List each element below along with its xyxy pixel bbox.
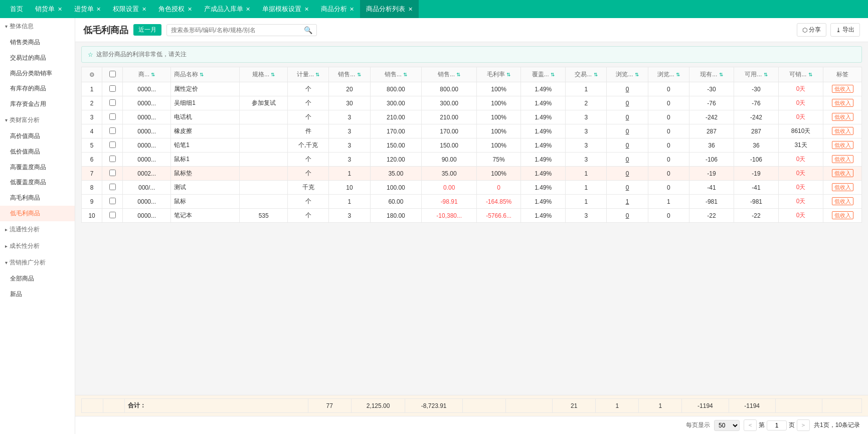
- th-code[interactable]: 商... ⇅: [123, 67, 171, 82]
- browse1-link[interactable]: 0: [626, 128, 629, 135]
- browse1-link[interactable]: 0: [626, 212, 629, 219]
- th-available[interactable]: 可用... ⇅: [734, 67, 778, 82]
- filter-month-btn[interactable]: 近一月: [133, 24, 161, 36]
- sidebar-item-stock-capital[interactable]: 库存资金占用: [0, 96, 75, 112]
- nav-close-purchase[interactable]: ✕: [96, 6, 101, 12]
- sidebar-item-high-margin[interactable]: 高毛利商品: [0, 190, 75, 206]
- nav-close-role[interactable]: ✕: [188, 6, 192, 12]
- next-page-btn[interactable]: ＞: [797, 419, 810, 431]
- search-input[interactable]: [171, 27, 304, 34]
- cell-check[interactable]: [102, 181, 123, 195]
- th-cover[interactable]: 覆盖... ⇅: [521, 67, 566, 82]
- share-btn[interactable]: ⬡ 分享: [797, 23, 826, 37]
- row-checkbox[interactable]: [109, 99, 116, 106]
- nav-goods-analysis[interactable]: 商品分析 ✕: [315, 0, 361, 18]
- browse1-link[interactable]: 0: [626, 184, 629, 191]
- nav-purchase-order[interactable]: 进货单 ✕: [68, 0, 107, 18]
- cell-browse1[interactable]: 0: [607, 82, 648, 96]
- cell-browse1[interactable]: 0: [607, 110, 648, 124]
- search-icon[interactable]: 🔍: [304, 26, 312, 34]
- sidebar-item-category-rate[interactable]: 商品分类助销率: [0, 66, 75, 81]
- sidebar-item-low-coverage[interactable]: 低覆盖度商品: [0, 175, 75, 190]
- sidebar-group-growth[interactable]: ▸ 成长性分析: [0, 238, 75, 254]
- cell-check[interactable]: [102, 209, 123, 223]
- nav-close-product[interactable]: ✕: [246, 6, 250, 12]
- th-browse2[interactable]: 浏览... ⇅: [648, 67, 689, 82]
- browse1-link[interactable]: 0: [626, 86, 629, 93]
- sidebar-item-high-value[interactable]: 高价值商品: [0, 128, 75, 144]
- prev-page-btn[interactable]: ＜: [744, 419, 757, 431]
- row-checkbox[interactable]: [109, 198, 116, 204]
- cell-browse1[interactable]: 0: [607, 96, 648, 110]
- sidebar-group-marketing[interactable]: ▾ 营销推广分析: [0, 254, 75, 271]
- browse1-link[interactable]: 0: [626, 114, 629, 121]
- nav-close-template[interactable]: ✕: [304, 6, 309, 12]
- sidebar-item-high-coverage[interactable]: 高覆盖度商品: [0, 160, 75, 175]
- browse1-link[interactable]: 0: [626, 156, 629, 163]
- row-checkbox[interactable]: [109, 85, 116, 92]
- nav-goods-analysis-list[interactable]: 商品分析列表 ✕: [360, 0, 419, 18]
- sidebar-item-sales-goods[interactable]: 销售类商品: [0, 35, 75, 50]
- row-checkbox[interactable]: [109, 170, 116, 176]
- th-browse1[interactable]: 浏览... ⇅: [607, 67, 648, 82]
- nav-sales-order[interactable]: 销货单 ✕: [29, 0, 68, 18]
- cell-check[interactable]: [102, 96, 123, 110]
- cell-check[interactable]: [102, 138, 123, 153]
- row-checkbox[interactable]: [109, 156, 116, 162]
- th-current[interactable]: 现有... ⇅: [689, 67, 734, 82]
- row-checkbox[interactable]: [109, 141, 116, 148]
- cell-browse1[interactable]: 0: [607, 167, 648, 181]
- th-saleable[interactable]: 可销... ⇅: [779, 67, 823, 82]
- cell-check[interactable]: [102, 195, 123, 209]
- browse1-link[interactable]: 0: [626, 170, 629, 177]
- nav-close-sales[interactable]: ✕: [58, 6, 62, 12]
- nav-permission[interactable]: 权限设置 ✕: [107, 0, 152, 18]
- select-all-checkbox[interactable]: [109, 71, 116, 77]
- page-number-input[interactable]: [767, 420, 787, 430]
- browse1-link[interactable]: 0: [626, 142, 629, 149]
- row-checkbox[interactable]: [109, 113, 116, 120]
- sidebar-group-liquidity[interactable]: ▸ 流通性分析: [0, 221, 75, 238]
- cell-check[interactable]: [102, 82, 123, 96]
- sidebar-group-overall[interactable]: ▾ 整体信息: [0, 18, 75, 35]
- sidebar-item-all-goods[interactable]: 全部商品: [0, 271, 75, 286]
- sidebar-item-low-value[interactable]: 低价值商品: [0, 144, 75, 160]
- row-checkbox[interactable]: [109, 212, 116, 218]
- cell-check[interactable]: [102, 153, 123, 167]
- cell-browse1[interactable]: 0: [607, 209, 648, 223]
- th-unit[interactable]: 计量... ⇅: [288, 67, 329, 82]
- cell-browse1[interactable]: 1: [607, 195, 648, 209]
- nav-product-entry[interactable]: 产成品入库单 ✕: [198, 0, 257, 18]
- row-checkbox[interactable]: [109, 127, 116, 134]
- cell-browse1[interactable]: 0: [607, 138, 648, 153]
- sidebar-group-wealth[interactable]: ▾ 类财富分析: [0, 112, 75, 128]
- sidebar-item-stock-goods[interactable]: 有库存的商品: [0, 81, 75, 96]
- sidebar-item-new-goods[interactable]: 新品: [0, 286, 75, 302]
- th-sales-profit[interactable]: 销售... ⇅: [422, 67, 477, 82]
- sidebar-item-low-margin[interactable]: 低毛利商品: [0, 206, 75, 221]
- cell-browse1[interactable]: 0: [607, 181, 648, 195]
- th-sales-amt[interactable]: 销售... ⇅: [370, 67, 422, 82]
- th-gross[interactable]: 毛利率 ⇅: [476, 67, 520, 82]
- page-size-select[interactable]: 50 100 200: [714, 420, 740, 431]
- th-name[interactable]: 商品名称 ⇅: [171, 67, 240, 82]
- nav-template[interactable]: 单据模板设置 ✕: [256, 0, 315, 18]
- th-spec[interactable]: 规格... ⇅: [240, 67, 288, 82]
- nav-close-permission[interactable]: ✕: [142, 6, 146, 12]
- browse1-link[interactable]: 1: [626, 198, 629, 205]
- th-sales-count[interactable]: 销售... ⇅: [329, 67, 370, 82]
- row-checkbox[interactable]: [109, 184, 116, 190]
- nav-home[interactable]: 首页: [4, 0, 29, 18]
- cell-browse1[interactable]: 0: [607, 124, 648, 138]
- th-trade[interactable]: 交易... ⇅: [566, 67, 607, 82]
- nav-close-goods[interactable]: ✕: [350, 6, 354, 12]
- cell-check[interactable]: [102, 124, 123, 138]
- cell-browse1[interactable]: 0: [607, 153, 648, 167]
- browse1-link[interactable]: 0: [626, 100, 629, 107]
- th-gear[interactable]: ⚙: [82, 67, 102, 82]
- cell-check[interactable]: [102, 167, 123, 181]
- export-btn[interactable]: ⤓ 导出: [830, 23, 860, 37]
- nav-close-list[interactable]: ✕: [408, 6, 413, 12]
- gear-icon[interactable]: ⚙: [89, 71, 95, 78]
- cell-check[interactable]: [102, 110, 123, 124]
